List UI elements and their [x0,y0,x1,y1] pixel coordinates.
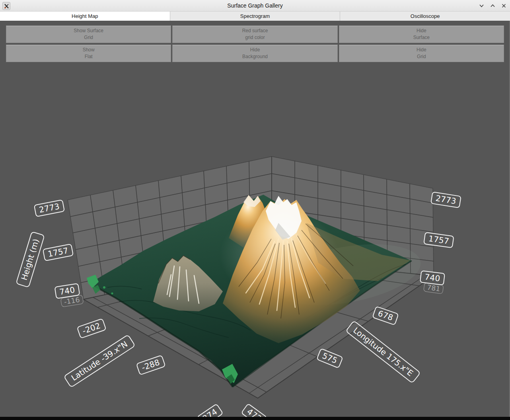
hide-background-button[interactable]: Hide Background [172,45,337,62]
x11-logo-icon [4,4,9,9]
screen-bottom-strip [0,417,510,420]
tab-height-map[interactable]: Height Map [0,12,170,21]
button-label-line2: Surface [413,34,430,41]
close-icon [501,3,507,9]
minimize-button[interactable] [477,2,485,10]
button-label-line1: Hide [417,47,426,53]
app-icon[interactable] [2,2,10,10]
button-label-line2: Background [242,53,268,60]
chevron-up-icon [490,3,496,9]
hide-surface-button[interactable]: Hide Surface [339,25,504,43]
button-label-line2: Grid [84,34,93,41]
chevron-down-icon [479,3,485,9]
control-button-grid: Show Surface Grid Red surface grid color… [0,20,510,62]
tab-spectrogram[interactable]: Spectrogram [170,12,341,21]
surface-grid-color-button[interactable]: Red surface grid color [172,25,337,43]
button-label-line1: Red surface [242,27,268,34]
button-label-line1: Show [83,47,95,53]
maximize-button[interactable] [489,2,496,10]
titlebar[interactable]: Surface Graph Gallery [0,0,510,11]
button-label-line2: Flat [85,53,93,60]
terrain-surface-plot [0,0,510,420]
window-title: Surface Graph Gallery [0,0,510,11]
button-label-line1: Show Surface [74,27,103,34]
show-flat-button[interactable]: Show Flat [6,45,171,62]
button-label-line2: grid color [245,34,265,41]
tab-bar: Height Map Spectrogram Oscilloscope [0,11,510,21]
close-button[interactable] [500,2,508,10]
surface-3d-view[interactable]: -116 781 2773 1757 740 Height (m) -202 -… [0,0,510,420]
show-surface-grid-button[interactable]: Show Surface Grid [6,25,171,43]
hide-grid-button[interactable]: Hide Grid [339,45,504,62]
button-label-line2: Grid [417,53,426,60]
tab-oscilloscope[interactable]: Oscilloscope [340,12,510,21]
button-label-line1: Hide [417,27,426,34]
button-label-line1: Hide [250,47,260,53]
